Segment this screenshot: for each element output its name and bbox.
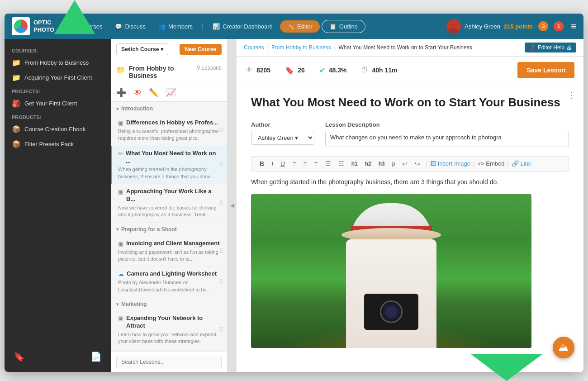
add-lesson-button[interactable]: ➕ [116, 88, 126, 98]
user-points: 215 points [504, 23, 533, 30]
help-icon: ❓ [529, 44, 536, 51]
image-icon: 🖼 [430, 160, 436, 167]
lessons-list: ▾ Introduction ▣ Differences in Hobby vs… [111, 102, 227, 352]
nav-creator-dashboard[interactable]: 📊 Creator Dashboard [207, 20, 278, 33]
course-actions: ➕ 👁 ✏️ 📈 [111, 84, 227, 102]
logo-text: OPTIC PHOTO [33, 19, 54, 33]
embed-button[interactable]: <> Embed [477, 160, 504, 167]
lesson-item-0[interactable]: ▣ Differences in Hobby vs Profes... Bein… [111, 115, 227, 146]
author-select[interactable]: Ashley Green ▾ [251, 131, 314, 145]
nav-discuss[interactable]: 💬 Discuss [109, 20, 151, 33]
nav-editor[interactable]: ✏️ Editor [280, 20, 320, 33]
breadcrumb-current: What You Most Need to Work on to Start Y… [338, 44, 472, 51]
sidebar-product-2-label: Filter Presets Pack [24, 141, 74, 148]
folder-icon-1: 📁 [12, 58, 21, 67]
content-body: When getting started in the photography … [251, 177, 569, 187]
p-button[interactable]: p [389, 160, 398, 168]
list-ol-button[interactable]: ☷ [336, 159, 347, 168]
lesson-photo [251, 194, 531, 348]
h2-button[interactable]: h2 [362, 160, 374, 168]
undo-button[interactable]: ↩ [399, 159, 410, 168]
notif-badge-orange[interactable]: 3 [538, 21, 548, 31]
h1-button[interactable]: h1 [349, 160, 360, 168]
product-icon-1: 📦 [12, 125, 21, 133]
lesson-item-6[interactable]: ▣ Social Media Marketing Strategies ⠿ [111, 349, 227, 352]
avatar [446, 19, 461, 33]
link-button[interactable]: 🔗 Link [512, 160, 531, 167]
save-lesson-button[interactable]: Save Lesson [517, 62, 574, 78]
course-folder-icon: 📁 [116, 66, 125, 74]
new-course-button[interactable]: New Course [180, 44, 222, 55]
section-introduction-label: Introduction [121, 105, 153, 112]
sidebar-course-1[interactable]: 📁 From Hobby to Business [5, 55, 111, 70]
logo: OPTIC PHOTO [12, 17, 54, 35]
nav-members[interactable]: 👥 Members [153, 20, 198, 33]
svg-point-0 [450, 21, 457, 28]
sidebar-bookmark-icon[interactable]: 🔖 [14, 351, 25, 362]
lesson-title-4: Camera and Lighting Worksheet [127, 270, 217, 278]
lesson-item-4[interactable]: ☁ Camera and Lighting Worksheet Photo by… [111, 267, 227, 297]
lesson-item-1[interactable]: ✏ What You Most Need to Work on ... When… [111, 146, 227, 185]
nav-right: Ashley Green 215 points 3 1 ≡ [446, 19, 576, 33]
bold-button[interactable]: B [257, 159, 267, 168]
list-ul-button[interactable]: ☰ [322, 159, 334, 168]
lesson-item-5[interactable]: ▣ Expanding Your Network to Attract Lear… [111, 311, 227, 349]
sidebar-notes-icon[interactable]: 📄 [90, 351, 102, 362]
collapse-handle[interactable]: ◀ [228, 39, 237, 372]
folder-icon-2: 📁 [12, 73, 21, 82]
decoration-triangle-bottom [470, 354, 543, 381]
fab-button[interactable]: ⛰ [553, 337, 574, 358]
insert-image-button[interactable]: 🖼 Insert Image [430, 160, 470, 167]
drag-handle-2: ⠿ [219, 200, 223, 207]
italic-button[interactable]: I [269, 159, 276, 168]
lesson-type-icon-video-5: ▣ [118, 315, 123, 322]
views-icon: 👁 [246, 66, 253, 74]
switch-course-button[interactable]: Switch Course ▾ [116, 43, 168, 55]
drag-handle-3: ⠿ [219, 248, 223, 255]
courses-section-label: Courses: [5, 44, 111, 55]
breadcrumb-courses[interactable]: Courses [244, 44, 264, 51]
hamburger-menu[interactable]: ≡ [571, 21, 576, 32]
section-chevron-marketing: ▾ [116, 302, 119, 307]
more-options-button[interactable]: ⋮ [567, 90, 576, 100]
lesson-item-3[interactable]: ▣ Invoicing and Client Management Invoic… [111, 236, 227, 267]
course-info: 📁 From Hobby to Business 9 Lessons [111, 60, 227, 84]
time-icon: ⏱ [361, 66, 368, 74]
h3-button[interactable]: h3 [376, 160, 388, 168]
search-lessons-input[interactable] [116, 356, 222, 368]
sidebar-product-1[interactable]: 📦 Course Creation Ebook [5, 122, 111, 137]
sidebar: Courses: 📁 From Hobby to Business 📁 Acqu… [5, 39, 111, 372]
sidebar-product-2[interactable]: 📦 Filter Presets Pack [5, 137, 111, 152]
section-preparing: ▾ Preparing for a Shoot [111, 223, 227, 236]
logo-circle [14, 19, 28, 33]
stat-bookmarks: 🔖 26 [285, 66, 305, 75]
lesson-count: 9 Lessons [197, 65, 222, 71]
view-toggle-button[interactable]: 👁 [133, 88, 142, 98]
author-section: Author Ashley Green ▾ Lesson Description… [251, 121, 569, 147]
desc-input[interactable]: What changes do you need to make to your… [325, 131, 569, 147]
analytics-button[interactable]: 📈 [166, 88, 176, 98]
align-right-button[interactable]: ≡ [311, 159, 320, 168]
breadcrumb-course[interactable]: From Hobby to Business [271, 44, 331, 51]
drag-handle-5: ⠿ [219, 326, 223, 333]
sidebar-project-1[interactable]: 🎒 Get Your First Client [5, 96, 111, 111]
align-center-button[interactable]: ≡ [300, 159, 309, 168]
hat [351, 203, 432, 239]
nav-outline[interactable]: 📋 Outline [322, 20, 365, 33]
align-left-button[interactable]: ≡ [289, 159, 299, 168]
outline-icon: 📋 [329, 23, 337, 30]
course-title: From Hobby to Business [129, 65, 193, 79]
discuss-icon: 💬 [115, 23, 122, 30]
editor-help-button[interactable]: ❓ Editor Help 🖨 [525, 43, 576, 52]
nav-items: 📄 Courses 💬 Discuss 👥 Members | 📊 Creato… [65, 20, 446, 33]
redo-button[interactable]: ↪ [412, 159, 423, 168]
bookmarks-icon: 🔖 [285, 66, 294, 75]
editor-toolbar: B I U ≡ ≡ ≡ ☰ ☷ h1 h2 h3 p ↩ ↪ | 🖼 [251, 156, 569, 171]
logo-icon [12, 17, 30, 35]
dashboard-icon: 📊 [213, 23, 220, 30]
underline-button[interactable]: U [278, 159, 288, 168]
notif-badge-red[interactable]: 1 [554, 21, 564, 31]
edit-button[interactable]: ✏️ [149, 88, 159, 98]
sidebar-course-2[interactable]: 📁 Acquiring Your First Client [5, 70, 111, 85]
lesson-item-2[interactable]: ▣ Approaching Your Work Like a B... Now … [111, 184, 227, 223]
